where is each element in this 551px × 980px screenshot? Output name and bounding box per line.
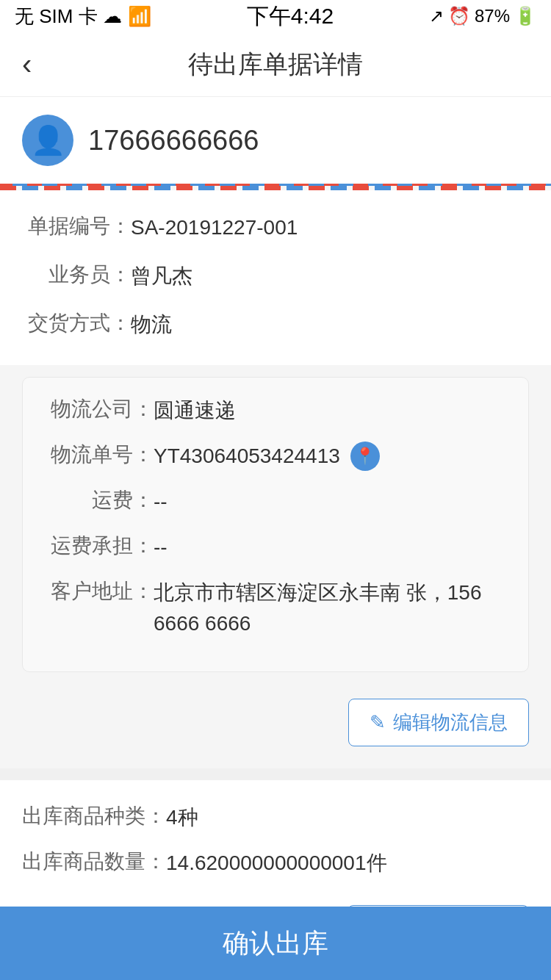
delivery-method-row: 交货方式： 物流 xyxy=(22,309,529,340)
status-left: 无 SIM 卡 ☁ 📶 xyxy=(15,4,151,29)
sim-status: 无 SIM 卡 ☁ xyxy=(15,4,122,29)
avatar: 👤 xyxy=(22,115,73,166)
tracking-number-row: 物流单号： YT43064053424413 📍 xyxy=(45,441,506,472)
confirm-btn-bar[interactable]: 确认出库 xyxy=(0,907,551,980)
address-row: 客户地址： 北京市市辖区海淀区永丰南 张，156 6666 6666 xyxy=(45,577,506,639)
location-icon: ↗ xyxy=(429,6,444,26)
status-bar: 无 SIM 卡 ☁ 📶 下午4:42 ↗ ⏰ 87% 🔋 xyxy=(0,0,551,32)
edit-icon: ✎ xyxy=(370,711,386,734)
wifi-icon: 📶 xyxy=(128,5,151,28)
back-button[interactable]: ‹ xyxy=(22,48,32,81)
customer-header: 👤 17666666666 xyxy=(0,97,551,186)
goods-quantity-value: 14.620000000000001件 xyxy=(166,848,529,879)
sales-person-value: 曾凡杰 xyxy=(131,261,529,292)
doc-number-row: 单据编号： SA-20191227-001 xyxy=(22,212,529,243)
freight-bearer-value: -- xyxy=(154,532,506,563)
alarm-icon: ⏰ xyxy=(448,6,470,26)
goods-types-label: 出库商品种类： xyxy=(22,802,166,830)
freight-row: 运费： -- xyxy=(45,486,506,517)
sales-person-row: 业务员： 曾凡杰 xyxy=(22,261,529,292)
delivery-method-value: 物流 xyxy=(131,309,529,340)
tracking-number-container: YT43064053424413 📍 xyxy=(154,441,380,472)
doc-info-section: 单据编号： SA-20191227-001 业务员： 曾凡杰 交货方式： 物流 xyxy=(0,190,551,365)
nav-bar: ‹ 待出库单据详情 xyxy=(0,32,551,97)
freight-bearer-label: 运费承担： xyxy=(45,532,154,560)
tracking-number-value: YT43064053424413 xyxy=(154,441,340,472)
logistics-company-value: 圆通速递 xyxy=(154,395,506,426)
status-time: 下午4:42 xyxy=(247,1,334,32)
address-value: 北京市市辖区海淀区永丰南 张，156 6666 6666 xyxy=(154,577,506,639)
delivery-method-label: 交货方式： xyxy=(22,309,131,337)
page-title: 待出库单据详情 xyxy=(188,48,363,82)
edit-logistics-button[interactable]: ✎ 编辑物流信息 xyxy=(348,699,529,746)
doc-number-value: SA-20191227-001 xyxy=(131,212,529,243)
pin-icon: 📍 xyxy=(355,447,375,466)
status-right: ↗ ⏰ 87% 🔋 xyxy=(429,6,536,26)
goods-types-row: 出库商品种类： 4种 xyxy=(22,802,529,833)
goods-quantity-label: 出库商品数量： xyxy=(22,848,166,876)
goods-quantity-row: 出库商品数量： 14.620000000000001件 xyxy=(22,848,529,879)
tracking-number-label: 物流单号： xyxy=(45,441,154,469)
goods-types-value: 4种 xyxy=(166,802,529,833)
logistics-company-label: 物流公司： xyxy=(45,395,154,423)
edit-logistics-label: 编辑物流信息 xyxy=(393,710,508,735)
battery-icon: 🔋 xyxy=(514,6,536,26)
edit-logistics-section: ✎ 编辑物流信息 xyxy=(0,687,551,768)
confirm-button-label: 确认出库 xyxy=(223,926,328,962)
freight-value: -- xyxy=(154,486,506,517)
doc-number-label: 单据编号： xyxy=(22,212,131,240)
address-label: 客户地址： xyxy=(45,577,154,605)
logistics-company-row: 物流公司： 圆通速递 xyxy=(45,395,506,426)
sales-person-label: 业务员： xyxy=(22,261,131,289)
freight-bearer-row: 运费承担： -- xyxy=(45,532,506,563)
logistics-card: 物流公司： 圆通速递 物流单号： YT43064053424413 📍 运费： … xyxy=(22,377,529,672)
customer-phone: 17666666666 xyxy=(88,125,259,156)
avatar-icon: 👤 xyxy=(31,124,65,156)
section-divider xyxy=(0,768,551,780)
freight-label: 运费： xyxy=(45,486,154,514)
track-location-icon[interactable]: 📍 xyxy=(350,442,380,471)
battery-level: 87% xyxy=(475,6,510,26)
